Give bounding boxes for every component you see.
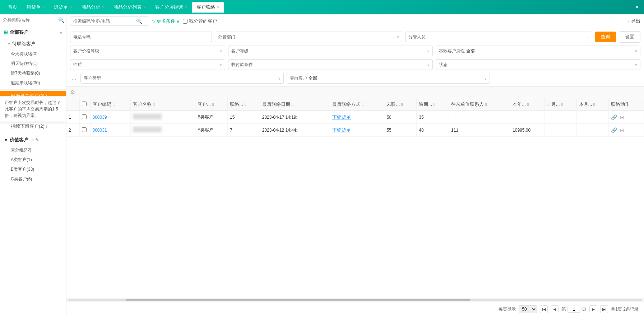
tab-purchase[interactable]: 进货单 × [50, 2, 76, 13]
td-code-1[interactable]: 000039 [90, 111, 131, 124]
row1-action-icons: 🔗 ⊞ [611, 114, 641, 120]
filter-customer-type[interactable]: 客户类型 ∨ [80, 73, 284, 84]
sidebar-value-group-header[interactable]: ▼ 价值客户 ○ ✎ [0, 135, 66, 145]
sidebar-group-pending-header[interactable]: ▼ 待联络客户 [0, 38, 66, 49]
sidebar-search-input[interactable] [3, 18, 57, 23]
row1-contact-method-link[interactable]: 下销货单 [332, 114, 351, 120]
th-overdue[interactable]: 逾期... ⇅ [417, 98, 449, 111]
td-name-1[interactable] [131, 111, 195, 124]
row2-grid-icon[interactable]: ⊞ [620, 127, 624, 133]
tab-purchase-close[interactable]: × [70, 5, 72, 9]
select-all-checkbox[interactable] [82, 102, 87, 106]
sidebar-search-icon[interactable]: 🔍 [58, 17, 64, 23]
horizontal-scrollbar[interactable] [66, 298, 644, 302]
export-btn[interactable]: ↑ 导出 [628, 18, 641, 24]
search-input[interactable] [73, 19, 134, 24]
last-page-btn[interactable]: ▶| [600, 305, 608, 313]
filter-dots[interactable]: ... [71, 75, 76, 81]
tab-customer-ops[interactable]: 客户分层经营 × [151, 2, 191, 13]
first-page-btn[interactable]: |◀ [540, 305, 548, 313]
my-customers-check[interactable] [183, 19, 187, 24]
filter-dept[interactable]: 分管部门 ∨ [215, 32, 402, 42]
sidebar-item-overdue[interactable]: 逾期未联络(30) [0, 78, 66, 88]
filter-retail-attr[interactable]: 零散客户属性 全部 ∨ [436, 46, 640, 56]
td-last-contact-method-1[interactable]: 下销货单 [330, 111, 384, 124]
th-type-sort: ⇅ [212, 103, 214, 107]
tab-product-analysis[interactable]: 商品分析 × [77, 2, 108, 13]
page-input[interactable]: 1 [567, 306, 580, 313]
td-checkbox-1[interactable] [79, 111, 90, 124]
prev-page-btn[interactable]: ◀ [551, 305, 559, 313]
td-code-2[interactable]: 000031 [90, 124, 131, 137]
th-overdue-sort: ⇅ [433, 103, 436, 107]
row2-link-icon[interactable]: 🔗 [611, 127, 617, 133]
my-customers-checkbox[interactable]: 我分管的客户 [183, 18, 217, 24]
sidebar-item-declining[interactable]: 持续下滑客户(2) ℹ [0, 121, 66, 131]
query-button[interactable]: 查询 [595, 32, 616, 42]
td-last-contact-method-2[interactable]: 下销货单 [330, 124, 384, 137]
th-this-year[interactable]: 本年... ⇅ [510, 98, 545, 111]
sidebar-all-customers[interactable]: ⊞ 全部客户 « [0, 26, 66, 38]
tab-customer-contact-close[interactable]: × [217, 5, 219, 9]
filter-gender[interactable]: 性质 ∨ [70, 59, 225, 70]
th-contact-sort: ⇅ [244, 103, 247, 107]
next-page-btn[interactable]: ▶ [589, 305, 597, 313]
sidebar-item-tomorrow[interactable]: 明天待联络(1) [0, 59, 66, 69]
search-box: 🔍 [70, 16, 149, 26]
scroll-thumb[interactable] [126, 299, 470, 301]
th-contact-person[interactable]: 往来单位联系人 ⇅ [449, 98, 510, 111]
more-conditions-btn[interactable]: ▽ 更多条件 ∧ [152, 18, 180, 24]
nav-close-all[interactable]: × [634, 4, 640, 10]
value-group-edit-icon[interactable]: ○ [31, 137, 34, 142]
td-name-2[interactable] [131, 124, 195, 137]
table-settings-icon[interactable]: ⚙ [70, 89, 75, 96]
all-customers-label: 全部客户 [10, 29, 28, 36]
row1-grid-icon[interactable]: ⊞ [620, 114, 624, 120]
th-name[interactable]: 客户名称 ⇅ [131, 98, 195, 111]
row2-checkbox[interactable] [82, 127, 87, 132]
sidebar-item-today[interactable]: 今天待联络(0) [0, 49, 66, 59]
th-code[interactable]: 客户编码 ⇅ [90, 98, 131, 111]
filter-customer-level[interactable]: 客户等级 ∨ [228, 46, 433, 56]
gender-dropdown: ∨ [219, 63, 222, 67]
th-this-month[interactable]: 本月... ⇅ [576, 98, 609, 111]
sidebar-item-ungroup[interactable]: 未分组(32) [0, 145, 66, 155]
th-no-contact[interactable]: 未联... ⇅ [384, 98, 417, 111]
tab-home[interactable]: 首页 [4, 2, 22, 13]
sidebar-item-class-a[interactable]: A类客户(1) [0, 155, 66, 165]
tab-product-list-close[interactable]: × [143, 5, 145, 9]
row1-checkbox[interactable] [82, 114, 87, 119]
filter-payment[interactable]: 收付款条件 ∨ [228, 59, 433, 70]
td-checkbox-2[interactable] [79, 124, 90, 137]
tab-sales[interactable]: 销货单 × [22, 2, 49, 13]
filter-status[interactable]: 状态 ∨ [436, 59, 640, 70]
tab-customer-ops-close[interactable]: × [185, 5, 187, 9]
pending-group-arrow: ▼ [7, 42, 11, 46]
row1-link-icon[interactable]: 🔗 [611, 114, 617, 120]
sidebar-item-class-b[interactable]: B类客户(33) [0, 165, 66, 174]
th-type[interactable]: 客户... ⇅ [195, 98, 228, 111]
th-index [66, 98, 79, 111]
tab-sales-close[interactable]: × [42, 5, 45, 9]
filter-phone[interactable]: 电话号码 [70, 32, 212, 42]
th-last-contact-method[interactable]: 最后联络方式 ⇅ [330, 98, 384, 111]
th-contact[interactable]: 联络... ⇅ [227, 98, 260, 111]
tab-product-list[interactable]: 商品分析列表 × [109, 2, 150, 13]
td-contact-2: 7 [227, 124, 260, 137]
th-last-month[interactable]: 上月... ⇅ [544, 98, 576, 111]
sidebar-collapse-icon[interactable]: « [60, 30, 62, 35]
filter-person[interactable]: 分管人员 ··· [405, 32, 592, 42]
per-page-select[interactable]: 50 20 100 [519, 305, 537, 313]
retail-attr-label: 零散客户属性 [439, 48, 465, 54]
filter-retail-customer[interactable]: 零散客户 全部 ∨ [287, 73, 490, 84]
sidebar-item-class-c[interactable]: C类客户(6) [0, 174, 66, 184]
search-icon[interactable]: 🔍 [136, 18, 142, 24]
tab-customer-contact[interactable]: 客户联络 × [192, 2, 223, 13]
value-group-settings-icon[interactable]: ✎ [35, 137, 39, 142]
settings-button[interactable]: 设置 [619, 31, 640, 43]
sidebar-item-7days[interactable]: 近7天待联络(0) [0, 69, 66, 78]
tab-product-analysis-close[interactable]: × [102, 5, 104, 9]
filter-price-grade[interactable]: 客户价格等级 ∨ [70, 46, 225, 56]
row2-contact-method-link[interactable]: 下销货单 [332, 127, 351, 133]
th-last-contact-date[interactable]: 最后联络日期 ⇅ [260, 98, 330, 111]
